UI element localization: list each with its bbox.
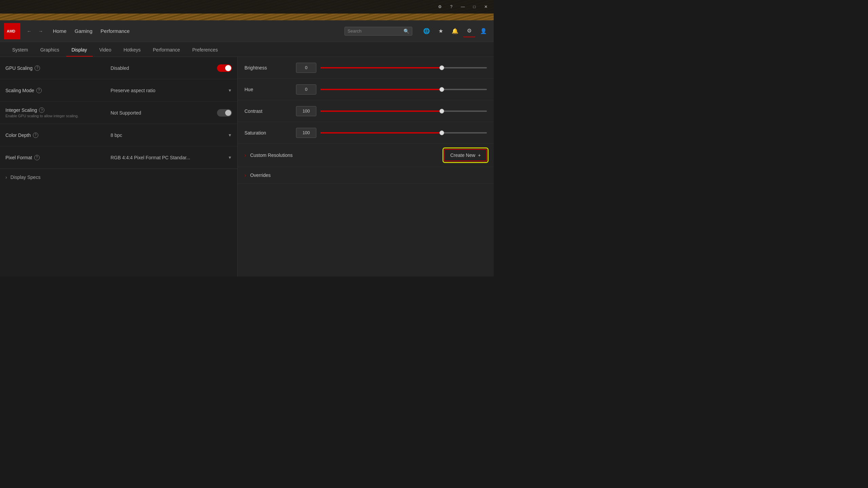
scaling-mode-text: Scaling Mode — [5, 88, 34, 93]
display-specs-row[interactable]: › Display Specs — [0, 169, 237, 185]
color-depth-row: Color Depth ? 8 bpc ▼ — [0, 124, 237, 146]
help-titlebar-icon[interactable]: ? — [446, 2, 456, 12]
hue-slider-track[interactable] — [320, 89, 487, 90]
tab-video[interactable]: Video — [94, 44, 117, 57]
nav-links: Home Gaming Performance — [52, 27, 130, 35]
contrast-row: Contrast 100 — [238, 100, 494, 122]
scaling-mode-dropdown-icon: ▼ — [228, 88, 232, 93]
custom-resolutions-chevron-icon: › — [244, 152, 246, 158]
saturation-row: Saturation 100 — [238, 122, 494, 144]
gpu-scaling-help-icon[interactable]: ? — [35, 65, 40, 71]
hue-value: 0 — [305, 87, 307, 92]
notifications-icon[interactable]: 🔔 — [449, 25, 461, 37]
saturation-label: Saturation — [244, 130, 292, 136]
brightness-slider-fill — [320, 67, 442, 68]
brightness-label: Brightness — [244, 65, 292, 70]
saturation-value: 100 — [302, 130, 310, 135]
search-bar: 🔍 — [344, 27, 412, 36]
left-panel: GPU Scaling ? Disabled Scaling Mode ? — [0, 57, 237, 277]
pixel-format-text: Pixel Format — [5, 155, 32, 160]
brightness-value-box[interactable]: 0 — [296, 63, 316, 73]
overrides-label: Overrides — [250, 172, 271, 178]
color-depth-control[interactable]: 8 bpc ▼ — [111, 133, 232, 138]
contrast-value-box[interactable]: 100 — [296, 106, 316, 116]
saturation-slider-fill — [320, 132, 442, 134]
nav-arrows: ← → — [24, 26, 45, 36]
hue-row: Hue 0 — [238, 79, 494, 100]
integer-scaling-text: Integer Scaling — [5, 107, 37, 113]
nav-performance[interactable]: Performance — [100, 27, 131, 35]
hue-value-box[interactable]: 0 — [296, 84, 316, 95]
gpu-scaling-toggle[interactable] — [217, 64, 232, 72]
brightness-value: 0 — [305, 65, 307, 70]
create-new-plus-icon: + — [478, 152, 481, 158]
integer-scaling-control: Not Supported — [111, 109, 232, 117]
gpu-scaling-label: GPU Scaling ? — [5, 65, 111, 71]
integer-scaling-toggle[interactable] — [217, 109, 232, 117]
pixel-format-help-icon[interactable]: ? — [34, 155, 40, 160]
maximize-button[interactable]: □ — [469, 2, 479, 12]
search-icon[interactable]: 🔍 — [403, 28, 409, 34]
amd-bug-titlebar-icon[interactable]: ⚙ — [435, 2, 445, 12]
nav-gaming[interactable]: Gaming — [74, 27, 93, 35]
create-new-button[interactable]: Create New + — [444, 149, 487, 161]
settings-icon[interactable]: ⚙ — [463, 25, 475, 37]
gpu-scaling-text: GPU Scaling — [5, 65, 33, 71]
tab-bar: System Graphics Display Video Hotkeys Pe… — [0, 42, 494, 57]
integer-scaling-help-icon[interactable]: ? — [39, 107, 44, 113]
custom-resolutions-header[interactable]: › Custom Resolutions Create New + — [238, 144, 494, 167]
color-depth-value: 8 bpc — [111, 133, 122, 138]
display-specs-chevron-icon: › — [5, 175, 7, 180]
back-button[interactable]: ← — [24, 26, 34, 36]
tab-preferences[interactable]: Preferences — [187, 44, 223, 57]
hue-label: Hue — [244, 87, 292, 92]
gpu-scaling-control: Disabled — [111, 64, 232, 72]
tab-system[interactable]: System — [7, 44, 34, 57]
create-new-label: Create New — [450, 152, 475, 158]
pixel-format-control[interactable]: RGB 4:4:4 Pixel Format PC Standar... ▼ — [111, 155, 232, 160]
saturation-value-box[interactable]: 100 — [296, 128, 316, 138]
gpu-scaling-value: Disabled — [111, 65, 129, 71]
integer-scaling-value: Not Supported — [111, 110, 141, 116]
custom-resolutions-label: Custom Resolutions — [250, 152, 293, 158]
contrast-label: Contrast — [244, 108, 292, 114]
saturation-slider-thumb[interactable] — [439, 130, 444, 135]
amd-logo: AMD — [4, 23, 20, 39]
header-icons: 🌐 ★ 🔔 ⚙ 👤 — [420, 25, 490, 37]
color-depth-text: Color Depth — [5, 133, 31, 138]
pixel-format-row: Pixel Format ? RGB 4:4:4 Pixel Format PC… — [0, 146, 237, 169]
favorites-icon[interactable]: ★ — [435, 25, 447, 37]
pixel-format-label: Pixel Format ? — [5, 155, 111, 160]
scaling-mode-control[interactable]: Preserve aspect ratio ▼ — [111, 88, 232, 93]
tab-graphics[interactable]: Graphics — [35, 44, 65, 57]
scaling-mode-help-icon[interactable]: ? — [36, 88, 42, 93]
gpu-scaling-row: GPU Scaling ? Disabled — [0, 57, 237, 79]
close-button[interactable]: ✕ — [481, 2, 491, 12]
search-input[interactable] — [348, 28, 401, 34]
brightness-slider-thumb[interactable] — [439, 65, 444, 70]
nav-home[interactable]: Home — [52, 27, 67, 35]
content-area: GPU Scaling ? Disabled Scaling Mode ? — [0, 57, 494, 277]
tab-hotkeys[interactable]: Hotkeys — [118, 44, 146, 57]
hue-slider-thumb[interactable] — [439, 87, 444, 92]
saturation-slider-track[interactable] — [320, 132, 487, 134]
contrast-slider-thumb[interactable] — [439, 109, 444, 114]
right-panel: Brightness 0 Hue 0 — [237, 57, 494, 277]
svg-text:AMD: AMD — [7, 29, 15, 33]
tab-performance[interactable]: Performance — [147, 44, 185, 57]
globe-icon[interactable]: 🌐 — [420, 25, 433, 37]
color-depth-help-icon[interactable]: ? — [33, 133, 38, 138]
custom-resolutions-actions: Create New + — [444, 149, 487, 161]
overrides-header[interactable]: › Overrides — [238, 167, 494, 184]
contrast-slider-track[interactable] — [320, 110, 487, 112]
overrides-chevron-icon: › — [244, 172, 246, 178]
pixel-format-value: RGB 4:4:4 Pixel Format PC Standar... — [111, 155, 190, 160]
forward-button[interactable]: → — [36, 26, 45, 36]
brightness-slider-track[interactable] — [320, 67, 487, 68]
app-window: AMD ← → Home Gaming Performance 🔍 🌐 ★ 🔔 … — [0, 20, 494, 277]
tab-display[interactable]: Display — [66, 44, 93, 57]
account-icon[interactable]: 👤 — [477, 25, 490, 37]
scaling-mode-value: Preserve aspect ratio — [111, 88, 155, 93]
scaling-mode-label: Scaling Mode ? — [5, 88, 111, 93]
minimize-button[interactable]: — — [458, 2, 468, 12]
